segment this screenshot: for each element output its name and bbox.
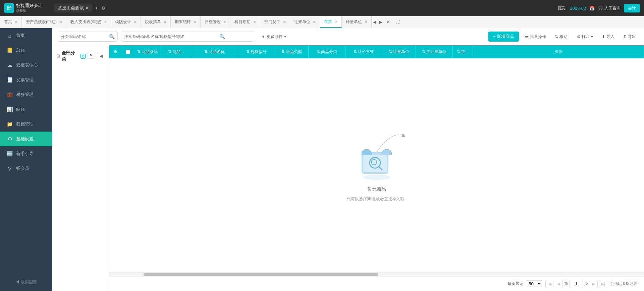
- sidebar-item-settle[interactable]: 📊 结账: [0, 102, 52, 117]
- import-icon: ⬇: [602, 34, 605, 39]
- page-number-input[interactable]: [570, 280, 583, 288]
- cancel-fixed-button[interactable]: ◀ 取消固定: [3, 277, 49, 288]
- sidebar-item-tax[interactable]: 💼 税务管理: [0, 87, 52, 102]
- edit-category-button[interactable]: ✎: [88, 52, 94, 59]
- tab-unit[interactable]: 计量单位 ✕: [342, 16, 372, 28]
- empty-state: 暂无商品 您可以选择新增,或者直接导入哦~: [346, 129, 407, 202]
- product-search-icon[interactable]: 🔍: [219, 34, 225, 39]
- horizontal-scrollbar[interactable]: [109, 272, 644, 276]
- th-product-type[interactable]: ⇅ 商品类型: [275, 45, 309, 58]
- category-search[interactable]: 🔍: [58, 32, 118, 42]
- import-button[interactable]: ⬇ 导入: [599, 33, 617, 41]
- close-tab-dept[interactable]: ✕: [283, 20, 286, 24]
- more-filter-button[interactable]: ▼ 更多条件 ▾: [259, 33, 289, 41]
- category-grid-icon: ⊞: [56, 54, 60, 58]
- th-spec[interactable]: ⇅ 规格型号: [238, 45, 275, 58]
- sidebar-item-settings[interactable]: ⚙ 基础设置: [0, 132, 52, 146]
- all-categories[interactable]: ⊞ 全部分类 ⊙ ✎ ◀: [52, 48, 109, 64]
- close-tab-home[interactable]: ✕: [15, 20, 17, 24]
- sidebar-item-guide[interactable]: 🆕 新手引导: [0, 146, 52, 161]
- next-page-button[interactable]: ▶: [590, 280, 598, 288]
- th-main-unit[interactable]: ⇅ 主计量单位: [416, 45, 453, 58]
- reports-icon: ☁: [7, 62, 13, 68]
- th-barcode[interactable]: ⇅ 商品条码: [134, 45, 161, 58]
- app-edition: 旗舰版: [16, 8, 42, 13]
- print-button[interactable]: 🖨 打印 ▾: [574, 33, 596, 41]
- tab-inventory[interactable]: 存货 ✕: [320, 16, 342, 28]
- company-selector[interactable]: 基层工会测试 ▾: [54, 4, 92, 12]
- sidebar-item-member[interactable]: V 畅会员: [0, 161, 52, 176]
- main-content: ⌂ 首页 📒 总账 ☁ 云报表中心 🧾 发票管理 💼 税务管理 📊 结账 📁 归…: [0, 28, 644, 291]
- empty-title: 暂无商品: [367, 186, 386, 192]
- sidebar-item-home[interactable]: ⌂ 首页: [0, 28, 52, 43]
- th-unit[interactable]: ⇅ 计量单位: [382, 45, 416, 58]
- product-search[interactable]: 🔍: [121, 32, 255, 42]
- th-product-code[interactable]: ⇅ 商品...: [161, 45, 191, 58]
- help-button[interactable]: 🎧 人工咨询: [598, 5, 621, 11]
- invoice-icon: 🧾: [7, 77, 13, 83]
- sidebar-bottom: ◀ 取消固定: [0, 273, 52, 291]
- settings-icon[interactable]: ⚙: [101, 5, 106, 11]
- close-tab-unit[interactable]: ✕: [365, 20, 367, 24]
- sidebar-item-ledger[interactable]: 📒 总账: [0, 43, 52, 58]
- add-product-button[interactable]: + 新增商品: [488, 32, 519, 42]
- sidebar-item-archive[interactable]: 📁 归档管理: [0, 117, 52, 132]
- page-navigation: |◀ ◀ 第 页 ▶ ▶|: [545, 280, 607, 288]
- th-settings[interactable]: ⚙: [109, 45, 122, 58]
- tab-balance-sheet[interactable]: 资产负债表(中期) ✕: [22, 16, 66, 28]
- close-tab-balance[interactable]: ✕: [59, 20, 62, 24]
- tab-period-transfer[interactable]: 期末结转 ✕: [171, 16, 201, 28]
- prev-page-button[interactable]: ◀: [555, 280, 563, 288]
- close-tab-income[interactable]: ✕: [104, 20, 107, 24]
- close-all-tabs-button[interactable]: ✕: [384, 19, 393, 25]
- close-tab-period[interactable]: ✕: [194, 20, 196, 24]
- content-area: ⊞ 全部分类 ⊙ ✎ ◀ ⚙ ⇅: [52, 45, 644, 291]
- tab-archive[interactable]: 归档管理 ✕: [201, 16, 230, 28]
- category-search-icon[interactable]: 🔍: [109, 34, 115, 39]
- tab-subject-init[interactable]: 科目期初 ✕: [230, 16, 260, 28]
- tab-template[interactable]: 模版设计 ✕: [111, 16, 141, 28]
- th-product-category[interactable]: ⇅ 商品分类: [309, 45, 345, 58]
- category-sidebar: ⊞ 全部分类 ⊙ ✎ ◀: [52, 45, 109, 291]
- sidebar-item-reports[interactable]: ☁ 云报表中心: [0, 58, 52, 72]
- export-button[interactable]: ⬆ 导出: [621, 33, 639, 41]
- collapse-category-button[interactable]: ◀: [97, 52, 105, 60]
- settings-sidebar-icon: ⚙: [7, 136, 13, 142]
- product-search-input[interactable]: [124, 34, 218, 39]
- sidebar-item-invoice[interactable]: 🧾 发票管理: [0, 72, 52, 87]
- tab-tax[interactable]: 税表清单 ✕: [141, 16, 171, 28]
- th-product-name[interactable]: ⇅ 商品名称: [191, 45, 238, 58]
- first-page-button[interactable]: |◀: [545, 280, 553, 288]
- svg-point-1: [363, 175, 390, 180]
- tab-prev-button[interactable]: ◀: [372, 19, 378, 25]
- th-extra[interactable]: ⇅ 主...: [453, 45, 473, 58]
- tab-counterparty[interactable]: 往来单位 ✕: [290, 16, 320, 28]
- close-tab-template[interactable]: ✕: [134, 20, 137, 24]
- close-tab-subject[interactable]: ✕: [253, 20, 256, 24]
- tab-home[interactable]: 首页 ✕: [0, 16, 22, 28]
- close-tab-archive[interactable]: ✕: [223, 20, 226, 24]
- tab-next-button[interactable]: ▶: [378, 19, 384, 25]
- close-tab-tax[interactable]: ✕: [164, 20, 166, 24]
- per-page-select[interactable]: 50 100 200: [527, 281, 542, 287]
- tab-income[interactable]: 收入支出表(年报) ✕: [66, 16, 111, 28]
- select-all-checkbox[interactable]: [126, 50, 130, 54]
- close-tab-counterparty[interactable]: ✕: [313, 20, 316, 24]
- top-bar-actions: 账期 2023-03 📅 🎧 人工咨询 会计: [558, 4, 640, 12]
- calendar-icon[interactable]: 📅: [589, 6, 595, 11]
- close-tab-inventory[interactable]: ✕: [335, 20, 337, 23]
- move-button[interactable]: ⇅ 移动: [552, 33, 570, 41]
- account-button[interactable]: 会计: [624, 4, 640, 12]
- tab-dept-staff[interactable]: 部门员工 ✕: [260, 16, 290, 28]
- add-tab-button[interactable]: +: [95, 5, 98, 11]
- batch-operation-button[interactable]: ☰ 批量操作: [522, 33, 549, 41]
- category-search-input[interactable]: [61, 34, 108, 39]
- last-page-button[interactable]: ▶|: [599, 280, 607, 288]
- scroll-thumb[interactable]: [144, 273, 378, 276]
- sort-extra-icon: ⇅: [457, 49, 460, 54]
- th-price-method[interactable]: ⇅ 计价方式: [345, 45, 382, 58]
- sidebar: ⌂ 首页 📒 总账 ☁ 云报表中心 🧾 发票管理 💼 税务管理 📊 结账 📁 归…: [0, 28, 52, 291]
- page-label: 第: [564, 281, 568, 287]
- th-checkbox[interactable]: [122, 45, 134, 58]
- expand-tab-button[interactable]: ⛶: [393, 19, 402, 25]
